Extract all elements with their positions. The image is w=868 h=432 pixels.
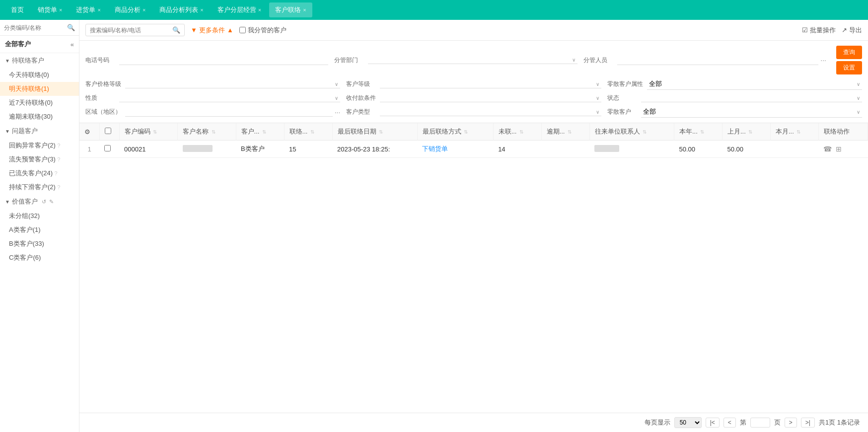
sort-icon[interactable]: ⇅ [700,129,704,135]
close-icon[interactable]: × [303,7,306,13]
sidebar-item-lost[interactable]: 已流失客户(24) ? [0,166,79,180]
last-page-btn[interactable]: >| [801,418,815,428]
page-label-before: 第 [740,418,746,427]
th-overdue: 逾期... ⇅ [541,123,589,141]
search-bar: 🔍 ▼ 更多条件 ▲ 我分管的客户 ☑ 批量操作 ↗ 导出 [79,20,868,41]
nav-product-analysis[interactable]: 商品分析 × [109,2,151,17]
search-bar-right: ☑ 批量操作 ↗ 导出 [802,26,862,35]
my-customers-checkbox[interactable] [239,27,246,33]
close-icon[interactable]: × [143,7,145,13]
customer-level-select[interactable]: ∨ [380,80,601,88]
sidebar-item-class-b[interactable]: B类客户(33) [0,237,79,251]
my-customers-checkbox-wrap[interactable]: 我分管的客户 [239,26,287,35]
sort-icon[interactable]: ⇅ [519,129,523,135]
page-size-select[interactable]: 50 100 200 [674,417,702,428]
more-icon[interactable]: ··· [335,108,341,116]
edit-icon[interactable]: ✎ [49,199,54,205]
sort-icon[interactable]: ⇅ [379,129,383,135]
sort-icon[interactable]: ⇅ [212,129,216,135]
nav-product-analysis-list[interactable]: 商品分析列表 × [153,2,209,17]
retail-customer-select[interactable]: 全部 ∨ [641,106,862,118]
all-customers-header[interactable]: 全部客户 « [0,36,79,53]
department-select[interactable]: ∨ [368,56,577,64]
price-level-select[interactable]: ∨ [125,80,340,88]
nav-home[interactable]: 首页 [5,2,30,17]
query-button[interactable]: 查询 [836,46,862,59]
sort-icon[interactable]: ⇅ [153,129,157,135]
page-input[interactable]: 1 [750,418,770,428]
first-page-btn[interactable]: |< [706,418,720,428]
sidebar-item-overdue[interactable]: 逾期未联络(30) [0,110,79,124]
arrow-icon: ▼ [5,58,10,64]
sidebar-item-tomorrow[interactable]: 明天待联络(1) [0,82,79,96]
value-customers-group[interactable]: ▼ 价值客户 ↺ ✎ [0,194,79,209]
next-page-btn[interactable]: > [785,418,797,428]
payment-select[interactable]: ∨ [380,94,601,102]
sort-icon[interactable]: ⇅ [568,129,572,135]
search-icon[interactable]: 🔍 [172,26,180,34]
export-btn[interactable]: ↗ 导出 [842,26,862,35]
filter-actions: 查询 设置 [836,46,862,74]
collapse-icon[interactable]: « [71,41,74,48]
sidebar-item-class-a[interactable]: A类客户(1) [0,223,79,237]
question-icon: ? [54,170,57,176]
batch-op-btn[interactable]: ☑ 批量操作 [802,26,836,35]
retail-attr-select[interactable]: 全部 ∨ [647,78,862,90]
chevron-up-icon: ▲ [227,26,233,34]
last-method-link[interactable]: 下销货单 [422,145,448,152]
customer-type-select[interactable]: ∨ [380,108,601,116]
nav-sales-order[interactable]: 销货单 × [32,2,68,17]
search-input[interactable] [90,27,170,34]
settings-icon[interactable]: ⚙ [84,128,90,136]
sidebar-item-7days[interactable]: 近7天待联络(0) [0,96,79,110]
sort-icon[interactable]: ⇅ [643,129,647,135]
qrcode-icon[interactable]: ⊞ [836,145,842,153]
filter-manager: 分管人员 ··· [583,56,826,65]
sidebar-item-declining[interactable]: 持续下滑客户(2) ? [0,180,79,194]
manager-input[interactable] [617,56,819,65]
nav-customer-layer[interactable]: 客户分层经营 × [212,2,267,17]
more-conditions-btn[interactable]: ▼ 更多条件 ▲ [191,26,233,35]
arrow-icon: ▼ [5,199,10,205]
sidebar-item-class-c[interactable]: C类客户(6) [0,251,79,265]
more-icon[interactable]: ··· [820,56,826,64]
sidebar-item-today[interactable]: 今天待联络(0) [0,68,79,82]
sort-icon[interactable]: ⇅ [262,129,266,135]
region-input[interactable] [125,107,333,117]
th-last-contact-date: 最后联络日期 ⇅ [332,123,417,141]
row-uncontacted: 14 [493,141,541,158]
contact-icon[interactable]: ☎ [823,145,832,153]
sort-icon[interactable]: ⇅ [748,129,752,135]
sidebar-item-abnormal-repurchase[interactable]: 回购异常客户(2) ? [0,139,79,152]
select-all-checkbox[interactable] [105,128,111,134]
nav-customer-contact[interactable]: 客户联络 × [269,2,312,17]
status-select[interactable]: ∨ [641,94,862,102]
refresh-icon[interactable]: ↺ [42,199,46,205]
gender-select[interactable]: ∨ [119,94,340,102]
sidebar-item-loss-warning[interactable]: 流失预警客户(3) ? [0,152,79,166]
sort-icon[interactable]: ⇅ [464,129,468,135]
sort-icon[interactable]: ⇅ [310,129,314,135]
filter-retail-customer: 零散客户 全部 ∨ [607,106,862,118]
row-last-method: 下销货单 [417,141,493,158]
sort-icon[interactable]: ⇅ [796,129,800,135]
th-contact-count: 联络... ⇅ [284,123,332,141]
close-icon[interactable]: × [258,7,261,13]
bottom-bar: 每页显示 50 100 200 |< < 第 1 页 > >| 共1页 1条记录 [79,413,868,432]
th-last-month: 上月... ⇅ [722,123,770,141]
row-select-checkbox[interactable] [104,145,111,151]
sidebar-search-input[interactable] [4,24,65,31]
sidebar-item-ungrouped[interactable]: 未分组(32) [0,209,79,223]
row-action: ☎ ⊞ [818,141,868,158]
pending-contact-group[interactable]: ▼ 待联络客户 [0,53,79,68]
problem-customers-group[interactable]: ▼ 问题客户 [0,124,79,139]
close-icon[interactable]: × [59,7,62,13]
close-icon[interactable]: × [97,7,100,13]
prev-page-btn[interactable]: < [723,418,736,428]
th-customer-name: 客户名称 ⇅ [178,123,236,141]
phone-input[interactable] [119,56,328,65]
nav-purchase-order[interactable]: 进货单 × [70,2,106,17]
reset-button[interactable]: 设置 [836,61,862,74]
search-icon[interactable]: 🔍 [67,24,75,31]
close-icon[interactable]: × [200,7,203,13]
